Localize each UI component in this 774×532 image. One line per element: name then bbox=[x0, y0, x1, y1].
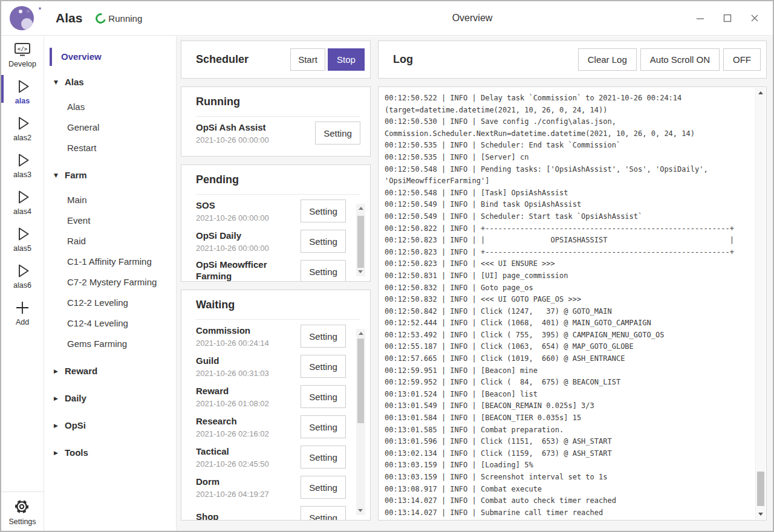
rail-item-label: Settings bbox=[8, 517, 36, 526]
scroll-up-icon[interactable] bbox=[359, 332, 363, 335]
setting-button[interactable]: Setting bbox=[301, 230, 346, 253]
sidebar-group-opsi[interactable]: ▶ OpSi bbox=[44, 420, 176, 431]
scroll-down-icon[interactable] bbox=[758, 513, 763, 516]
play-icon bbox=[13, 262, 31, 280]
sidebar-item-event[interactable]: Event bbox=[44, 215, 176, 226]
clear-log-button[interactable]: Clear Log bbox=[578, 48, 637, 71]
stop-button[interactable]: Stop bbox=[328, 48, 365, 71]
sidebar-item-c12-2-leveling[interactable]: C12-2 Leveling bbox=[44, 297, 176, 308]
rail-item-alas6[interactable]: alas6 bbox=[1, 258, 44, 294]
sidebar-group-alas[interactable]: ▼ Alas bbox=[44, 77, 176, 88]
setting-button[interactable]: Setting bbox=[301, 385, 346, 408]
scrollbar-thumb[interactable] bbox=[757, 472, 764, 506]
log-scrollbar[interactable] bbox=[755, 88, 766, 519]
task-name: OpSi Meowfficer Farming bbox=[196, 259, 293, 282]
sidebar-item-general[interactable]: General bbox=[44, 122, 176, 133]
task-row: Reward 2021-10-26 01:08:02 Setting bbox=[196, 381, 346, 412]
scroll-up-icon[interactable] bbox=[758, 91, 763, 94]
triangle-icon: ▼ bbox=[54, 77, 65, 88]
start-button[interactable]: Start bbox=[290, 48, 325, 71]
sidebar-item-c12-4-leveling[interactable]: C12-4 Leveling bbox=[44, 318, 176, 329]
scroll-down-icon[interactable] bbox=[358, 270, 363, 273]
running-title: Running bbox=[196, 96, 360, 117]
waiting-scrollbar[interactable] bbox=[356, 329, 365, 515]
task-row: OpSi Daily 2021-10-26 00:00:00 Setting bbox=[196, 226, 346, 256]
sidebar-item-alas[interactable]: Alas bbox=[44, 102, 176, 112]
rail-item-label: Add bbox=[16, 318, 29, 326]
pending-section: Pending SOS 2021-10-26 00:00:00 Setting … bbox=[181, 164, 371, 282]
close-button[interactable] bbox=[741, 1, 768, 35]
sidebar-item-c1-1-affinity-farming[interactable]: C1-1 Affinity Farming bbox=[44, 256, 176, 267]
task-name: Shop bbox=[196, 511, 293, 521]
task-info: OpSi Daily 2021-10-26 00:00:00 bbox=[196, 230, 293, 253]
rail-item-alas5[interactable]: alas5 bbox=[1, 221, 44, 258]
setting-button[interactable]: Setting bbox=[301, 446, 346, 469]
task-next-run-time: 2021-10-26 01:08:02 bbox=[196, 399, 293, 408]
autoscroll-on-button[interactable]: Auto Scroll ON bbox=[640, 48, 720, 71]
rail-item-settings[interactable]: Settings bbox=[1, 491, 44, 531]
scroll-down-icon[interactable] bbox=[358, 509, 363, 512]
sidebar-item-main[interactable]: Main bbox=[44, 195, 176, 206]
page-title: Overview bbox=[452, 13, 493, 24]
task-next-run-time: 2021-10-26 00:31:03 bbox=[196, 369, 293, 378]
setting-button[interactable]: Setting bbox=[301, 260, 346, 282]
navigation-sidebar: Overview ▼ Alas Alas General Restart ▼ F… bbox=[44, 36, 177, 531]
titlebar: Alas Running Overview bbox=[1, 1, 773, 36]
sidebar-group-farm[interactable]: ▼ Farm bbox=[44, 170, 176, 181]
sidebar-item-restart[interactable]: Restart bbox=[44, 143, 176, 154]
rail-item-develop[interactable]: </> Develop bbox=[1, 36, 44, 73]
task-name: OpSi Daily bbox=[196, 230, 293, 241]
sidebar-group-tools[interactable]: ▶ Tools bbox=[44, 447, 176, 458]
task-row: OpSi Ash Assist 2021-10-26 00:00:00 Sett… bbox=[196, 118, 360, 148]
window-controls bbox=[686, 1, 768, 35]
task-info: OpSi Ash Assist 2021-10-26 00:00:00 bbox=[196, 122, 293, 144]
setting-button[interactable]: Setting bbox=[301, 325, 346, 348]
waiting-title: Waiting bbox=[196, 299, 360, 320]
rail-instance-label: alas5 bbox=[13, 244, 31, 253]
task-next-run-time: 2021-10-26 00:00:00 bbox=[196, 135, 293, 144]
setting-button[interactable]: Setting bbox=[301, 415, 346, 438]
task-name: Dorm bbox=[196, 476, 293, 487]
minimize-button[interactable] bbox=[686, 1, 714, 35]
task-info: OpSi Meowfficer Farming bbox=[196, 259, 293, 282]
task-info: SOS 2021-10-26 00:00:00 bbox=[196, 199, 293, 222]
alas-window: Alas Running Overview </> bbox=[0, 0, 774, 532]
maximize-button[interactable] bbox=[714, 1, 741, 35]
running-section: Running OpSi Ash Assist 2021-10-26 00:00… bbox=[181, 86, 371, 157]
rail-item-alas3[interactable]: alas3 bbox=[1, 147, 44, 184]
sidebar-group-label: OpSi bbox=[65, 420, 86, 431]
pending-scrollbar[interactable] bbox=[356, 204, 365, 276]
sidebar-group-daily[interactable]: ▶ Daily bbox=[44, 393, 176, 404]
task-info: Dorm 2021-10-26 04:19:27 bbox=[196, 476, 293, 499]
setting-button[interactable]: Setting bbox=[301, 199, 346, 222]
running-task-list: OpSi Ash Assist 2021-10-26 00:00:00 Sett… bbox=[196, 118, 360, 148]
setting-button[interactable]: Setting bbox=[301, 476, 346, 499]
autoscroll-off-button[interactable]: OFF bbox=[723, 48, 761, 71]
rail-instance-label: alas bbox=[15, 97, 30, 105]
sidebar-item-raid[interactable]: Raid bbox=[44, 236, 176, 247]
rail-item-alas2[interactable]: alas2 bbox=[1, 110, 44, 147]
task-info: Commission 2021-10-26 00:24:14 bbox=[196, 325, 293, 348]
triangle-icon: ▼ bbox=[54, 170, 65, 181]
sidebar-item-c7-2-mystery-farming[interactable]: C7-2 Mystery Farming bbox=[44, 277, 176, 288]
scrollbar-thumb[interactable] bbox=[357, 216, 364, 268]
scrollbar-thumb[interactable] bbox=[357, 339, 364, 423]
sidebar-group-reward[interactable]: ▶ Reward bbox=[44, 366, 176, 377]
scroll-up-icon[interactable] bbox=[359, 207, 363, 210]
setting-button[interactable]: Setting bbox=[301, 506, 346, 521]
app-title: Alas bbox=[56, 11, 82, 25]
task-row: Tactical 2021-10-26 02:45:50 Setting bbox=[196, 442, 346, 472]
log-title: Log bbox=[393, 53, 574, 66]
rail-item-add[interactable]: Add bbox=[1, 294, 44, 331]
task-name: Tactical bbox=[196, 446, 293, 457]
setting-button[interactable]: Setting bbox=[315, 122, 360, 144]
rail-instance-label: alas4 bbox=[13, 207, 31, 216]
scheduler-panel: Scheduler Start Stop bbox=[181, 41, 371, 79]
sidebar-item-gems-farming[interactable]: Gems Farming bbox=[44, 339, 176, 349]
rail-item-alas4[interactable]: alas4 bbox=[1, 184, 44, 221]
setting-button[interactable]: Setting bbox=[301, 355, 346, 378]
status-label: Running bbox=[108, 13, 142, 24]
rail-item-alas[interactable]: alas bbox=[1, 73, 44, 110]
play-icon bbox=[13, 114, 31, 132]
sidebar-item-overview[interactable]: Overview bbox=[44, 50, 176, 64]
